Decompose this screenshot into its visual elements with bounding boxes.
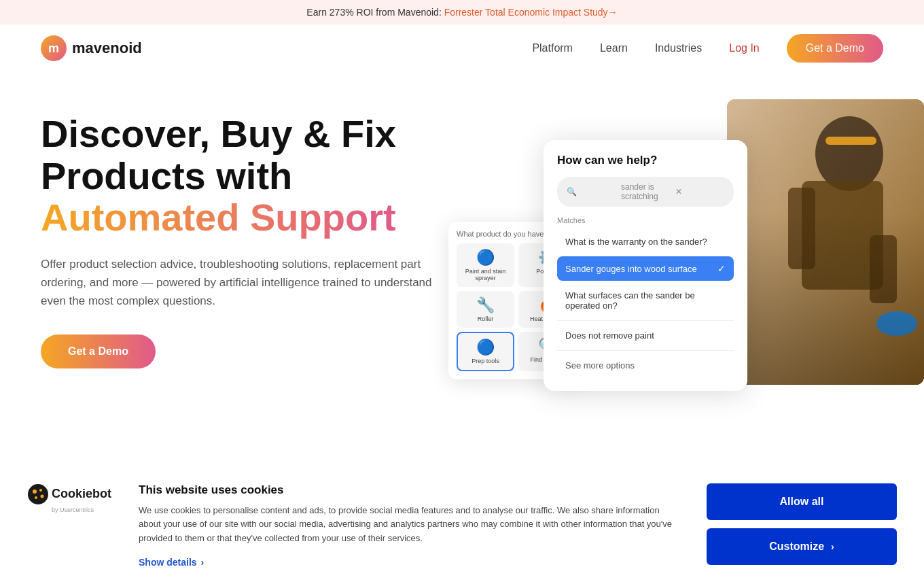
cookie-banner: Cookiebot by Usercentrics This website u…	[0, 467, 924, 480]
svg-rect-6	[825, 137, 876, 145]
product-label: Roller	[459, 315, 512, 322]
cookie-overlay: Cookiebot by Usercentrics This website u…	[0, 467, 924, 480]
hero-title-line1: Discover, Buy & Fix	[41, 112, 396, 155]
search-icon: 🔍	[567, 187, 616, 196]
chat-title: How can we help?	[557, 154, 734, 167]
chat-option-gouges-text: Sander gouges into wood surface	[565, 264, 697, 274]
nav-platform[interactable]: Platform	[532, 42, 573, 54]
svg-rect-4	[870, 235, 897, 303]
hero-title-line2: Products with	[41, 154, 292, 197]
product-roller[interactable]: 🔧 Roller	[457, 291, 514, 328]
svg-point-1	[815, 116, 883, 191]
chat-search-text: sander is scratching	[621, 182, 670, 201]
craftsman-photo	[727, 99, 924, 385]
navbar: m mavenoid Platform Learn Industries Log…	[0, 24, 924, 72]
top-banner: Earn 273% ROI from Mavenoid: Forrester T…	[0, 0, 924, 24]
check-icon: ✓	[717, 263, 726, 274]
clear-icon[interactable]: ✕	[675, 187, 724, 196]
svg-point-5	[876, 311, 917, 336]
product-prep-tools[interactable]: 🔵 Prep tools	[457, 332, 514, 371]
banner-link[interactable]: Forrester Total Economic Impact Study→	[444, 7, 618, 18]
hero-title: Discover, Buy & Fix Products with Automa…	[41, 113, 462, 239]
chat-search-bar[interactable]: 🔍 sander is scratching ✕	[557, 177, 734, 207]
chat-matches-label: Matches	[557, 216, 734, 224]
hero-section: Discover, Buy & Fix Products with Automa…	[0, 72, 924, 480]
chat-option-warranty[interactable]: What is the warranty on the sander?	[557, 230, 734, 254]
nav-industries[interactable]: Industries	[655, 42, 702, 54]
svg-rect-3	[788, 188, 815, 269]
nav-login[interactable]: Log In	[729, 42, 759, 54]
logo-text: mavenoid	[72, 39, 142, 57]
paint-sprayer-icon: 🔵	[459, 249, 512, 267]
product-label: Paint and stain sprayer	[459, 268, 512, 281]
chat-panel: How can we help? 🔍 sander is scratching …	[544, 140, 747, 391]
hero-right: What product do you have? 🔵 Paint and st…	[462, 99, 883, 473]
nav-links: Platform Learn Industries Log In Get a D…	[532, 34, 883, 63]
nav-learn[interactable]: Learn	[600, 42, 628, 54]
chat-option-gouges[interactable]: Sander gouges into wood surface ✓	[557, 256, 734, 281]
hero-left: Discover, Buy & Fix Products with Automa…	[41, 99, 462, 368]
hero-visuals: What product do you have? 🔵 Paint and st…	[462, 99, 883, 473]
logo-icon: m	[41, 35, 67, 61]
hero-subtitle: Offer product selection advice, troubles…	[41, 255, 435, 311]
craftsman-silhouette	[727, 99, 924, 385]
product-label: Prep tools	[461, 358, 510, 364]
banner-text: Earn 273% ROI from Mavenoid:	[306, 7, 444, 18]
logo[interactable]: m mavenoid	[41, 35, 142, 61]
chat-option-paint[interactable]: Does not remove paint	[557, 324, 734, 347]
nav-demo-button[interactable]: Get a Demo	[787, 34, 883, 63]
chat-option-surfaces[interactable]: What surfaces can the sander be operated…	[557, 284, 734, 317]
hero-title-gradient: Automated Support	[41, 196, 396, 239]
chat-see-more[interactable]: See more options	[557, 354, 734, 377]
chat-separator-2	[557, 350, 734, 351]
product-paint-sprayer[interactable]: 🔵 Paint and stain sprayer	[457, 243, 514, 287]
prep-tools-icon: 🔵	[461, 339, 510, 356]
roller-icon: 🔧	[459, 296, 512, 314]
hero-cta-button[interactable]: Get a Demo	[41, 334, 156, 368]
chat-separator	[557, 320, 734, 321]
